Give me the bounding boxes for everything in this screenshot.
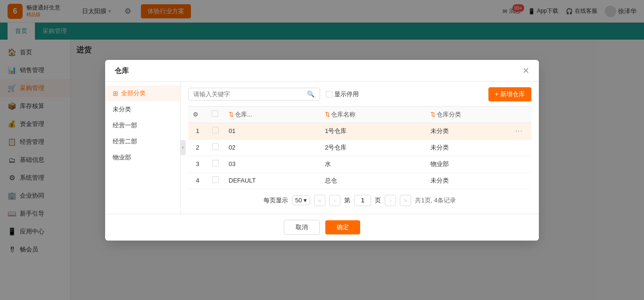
warehouse-table: ⚙ ⇅仓库... ⇅仓库名称 ⇅仓库分类 1 [188,106,531,189]
show-disabled-label[interactable]: 显示停用 [326,90,359,99]
row-code: 02 [224,139,320,156]
page-prefix-label: 第 [344,196,350,205]
table-row[interactable]: 1 01 1号仓库 未分类 ··· [188,123,531,139]
category-dept1[interactable]: 经营一部 [105,117,180,133]
table-container: ⚙ ⇅仓库... ⇅仓库名称 ⇅仓库分类 1 [188,106,531,189]
page-total: 共1页, 4条记录 [415,196,456,205]
modal-overlay: 仓库 ✕ ⊞ 全部分类 未分类 经营一部 经营二部 [0,0,644,300]
table-area: 🔍 显示停用 + 新增仓库 ⚙ [181,82,539,214]
category-collapse-button[interactable]: ‹ [180,140,186,155]
row-code: 01 [224,123,320,139]
page-number-input[interactable] [354,195,371,206]
row-num: 3 [188,156,207,172]
col-checkbox [207,106,224,123]
modal-close-button[interactable]: ✕ [522,67,529,75]
category-uncat-label: 未分类 [113,105,131,114]
last-page-button[interactable]: » [400,195,411,206]
grid-icon: ⊞ [113,90,118,97]
page-size-value: 50 [295,197,302,204]
select-all-checkbox[interactable] [212,110,218,117]
col-name: ⇅仓库名称 [320,106,426,123]
row-code: 03 [224,156,320,172]
add-warehouse-button[interactable]: + 新增仓库 [488,87,531,101]
page-size-label: 每页显示 [264,196,288,205]
row-category: 未分类 ··· [426,123,531,139]
row-category: 物业部 [426,156,531,172]
category-sidebar: ⊞ 全部分类 未分类 经营一部 经营二部 物业部 ‹ [105,82,181,214]
modal-footer: 取消 确定 [105,214,539,241]
prev-page-button[interactable]: ‹ [329,195,340,206]
col-gear[interactable]: ⚙ [188,106,207,123]
show-disabled-text: 显示停用 [334,90,359,99]
row-name: 1号仓库 [320,123,426,139]
row-num: 4 [188,172,207,189]
show-disabled-checkbox[interactable] [326,91,332,98]
pagination-bar: 每页显示 50 ▾ « ‹ 第 页 › » 共1页, 4条记录 [188,189,531,208]
row-checkbox[interactable] [207,123,224,139]
row-actions-button[interactable]: ··· [515,127,523,135]
row-category: 未分类 [426,139,531,156]
search-input[interactable] [189,88,302,100]
warehouse-modal: 仓库 ✕ ⊞ 全部分类 未分类 经营一部 经营二部 [105,60,539,241]
search-button[interactable]: 🔍 [302,88,320,100]
row-name: 2号仓库 [320,139,426,156]
row-checkbox[interactable] [207,172,224,189]
category-dept2-label: 经营二部 [113,137,137,146]
modal-body: ⊞ 全部分类 未分类 经营一部 经营二部 物业部 ‹ [105,82,539,214]
category-all-label: 全部分类 [121,89,146,98]
page-size-select[interactable]: 50 ▾ [292,195,310,205]
page-unit-label: 页 [375,196,381,205]
row-num: 1 [188,123,207,139]
confirm-button[interactable]: 确定 [325,220,360,234]
table-row[interactable]: 3 03 水 物业部 [188,156,531,172]
category-all[interactable]: ⊞ 全部分类 [105,85,180,101]
category-dept1-label: 经营一部 [113,121,137,130]
col-category: ⇅仓库分类 [426,106,531,123]
row-checkbox[interactable] [207,156,224,172]
row-checkbox[interactable] [207,139,224,156]
table-row[interactable]: 2 02 2号仓库 未分类 [188,139,531,156]
table-toolbar: 🔍 显示停用 + 新增仓库 [188,87,531,101]
modal-title: 仓库 [115,67,129,75]
cancel-button[interactable]: 取消 [284,220,320,235]
row-name: 水 [320,156,426,172]
category-dept3[interactable]: 物业部 [105,150,180,166]
category-uncat[interactable]: 未分类 [105,101,180,117]
table-row[interactable]: 4 DEFAULT 总仓 未分类 [188,172,531,189]
row-name: 总仓 [320,172,426,189]
row-num: 2 [188,139,207,156]
search-box: 🔍 [188,88,320,100]
row-category: 未分类 [426,172,531,189]
next-page-button[interactable]: › [385,195,396,206]
category-dept3-label: 物业部 [113,153,131,162]
category-dept2[interactable]: 经营二部 [105,133,180,150]
col-code: ⇅仓库... [224,106,320,123]
row-code: DEFAULT [224,172,320,189]
modal-header: 仓库 ✕ [105,60,539,82]
page-size-chevron: ▾ [304,197,307,204]
first-page-button[interactable]: « [314,195,325,206]
